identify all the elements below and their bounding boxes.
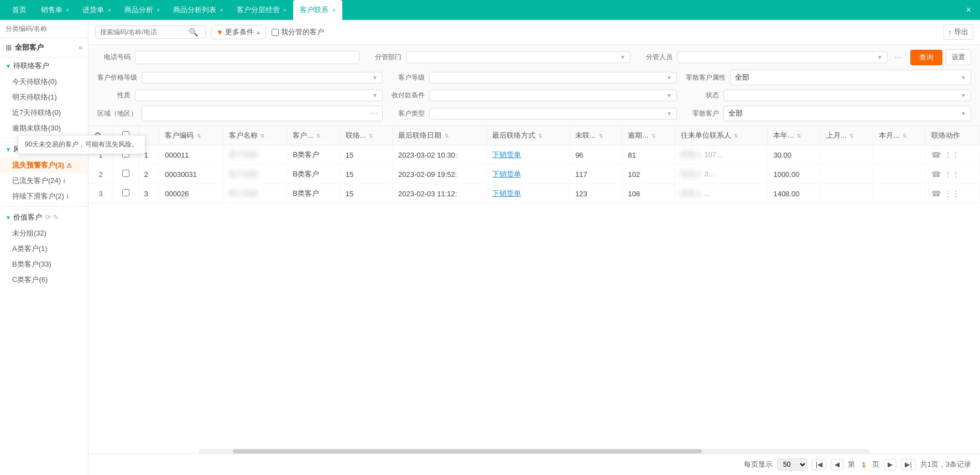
export-button[interactable]: ↑ 导出: [943, 24, 974, 40]
dept-select[interactable]: ▼: [406, 51, 630, 63]
row3-contact-icon[interactable]: ☎: [931, 189, 941, 198]
close-all-icon[interactable]: ×: [962, 5, 976, 15]
row1-code: 000011: [159, 145, 223, 165]
pay-select[interactable]: ▼: [429, 90, 677, 101]
row2-checkbox[interactable]: [122, 170, 129, 177]
col-lastmonth[interactable]: 上月... ⇅: [820, 126, 873, 145]
row2-contact-icon[interactable]: ☎: [931, 170, 941, 179]
sidebar-item-cclass[interactable]: C类客户(6): [0, 272, 88, 288]
close-purchase-icon[interactable]: ×: [107, 7, 111, 13]
col-thisyear[interactable]: 本年... ⇅: [768, 126, 820, 145]
more-conditions-button[interactable]: ▼ 更多条件 ▲: [211, 25, 266, 39]
row3-overdue: 108: [622, 184, 675, 203]
col-thismonth[interactable]: 本月... ⇅: [873, 126, 926, 145]
status-select[interactable]: ▼: [723, 90, 971, 101]
row3-lastmethod[interactable]: 下销货单: [486, 184, 569, 203]
zero-attr-select[interactable]: 全部 ▼: [730, 70, 971, 85]
manager-select[interactable]: ▼: [677, 51, 888, 63]
col-contact[interactable]: 联络... ⇅: [340, 126, 392, 145]
edit-icon[interactable]: ✎: [53, 213, 59, 221]
gender-select[interactable]: ▼: [135, 90, 383, 101]
query-button[interactable]: 查询: [910, 50, 942, 65]
row2-lastmethod-link[interactable]: 下销货单: [492, 170, 521, 178]
row3-checkbox[interactable]: [122, 189, 129, 196]
row1-thismonth: [873, 145, 926, 165]
sidebar-all-customers[interactable]: ⊞ 全部客户 «: [0, 38, 88, 58]
region-select[interactable]: ···: [142, 106, 383, 121]
sidebar-search-input[interactable]: [6, 25, 88, 33]
nav-tab-purchase[interactable]: 进货单 ×: [76, 0, 117, 20]
phone-label: 电话号码: [97, 53, 131, 62]
sidebar-item-declining[interactable]: 持续下滑客户(2) ℹ: [0, 189, 88, 204]
col-name[interactable]: 客户名称 ⇅: [223, 126, 287, 145]
sidebar-item-unclassified[interactable]: 未分组(32): [0, 226, 88, 241]
phone-input[interactable]: [135, 51, 359, 64]
sidebar-group-pending-header[interactable]: ▼ 待联络客户: [0, 58, 88, 74]
last-page-button[interactable]: ▶|: [901, 459, 915, 470]
row2-lastmethod[interactable]: 下销货单: [486, 165, 569, 184]
next-page-button[interactable]: ▶: [884, 459, 896, 470]
col-overdue[interactable]: 逾期... ⇅: [622, 126, 675, 145]
nav-tab-analysis[interactable]: 商品分析 ×: [118, 0, 166, 20]
settings-button[interactable]: 设置: [946, 49, 971, 65]
col-type[interactable]: 客户... ⇅: [287, 126, 340, 145]
refresh-icon[interactable]: ⟳: [45, 213, 51, 221]
main-search-icon[interactable]: 🔍: [189, 28, 198, 36]
scrollbar-thumb[interactable]: [233, 449, 702, 453]
nav-tab-customercontact[interactable]: 客户联系 ×: [293, 0, 342, 20]
arrow-down-icon-3: ▼: [6, 215, 11, 221]
price-select[interactable]: ▼: [142, 72, 383, 83]
sidebar-item-churned[interactable]: 已流失客户(24) ℹ: [0, 173, 88, 189]
col-uncontacted[interactable]: 未联... ⇅: [570, 126, 622, 145]
row1-contact-icon[interactable]: ☎: [931, 150, 941, 159]
first-page-button[interactable]: |◀: [812, 459, 826, 470]
nav-tab-customerlayer[interactable]: 客户分层经营 ×: [230, 0, 293, 20]
row3-more-icon[interactable]: ⋮⋮: [944, 189, 960, 198]
row2-more-icon[interactable]: ⋮⋮: [944, 170, 960, 179]
row1-more-icon[interactable]: ⋮⋮: [944, 150, 960, 159]
row3-lastmethod-link[interactable]: 下销货单: [492, 189, 521, 197]
row2-unitcontact-blurred: 联系人: [681, 170, 702, 178]
close-analysislist-icon[interactable]: ×: [220, 7, 223, 13]
grade-select[interactable]: ▼: [429, 72, 677, 83]
sidebar-item-churn-warning[interactable]: 流失预警客户(3) ⚠: [0, 158, 88, 173]
sort-contact-icon: ⇅: [369, 133, 373, 139]
col-code[interactable]: 客户编码 ⇅: [159, 126, 223, 145]
current-page-num: 1: [859, 460, 868, 470]
customer-type-label: 客户类型: [392, 109, 425, 118]
zero-customer-select[interactable]: 全部 ▼: [723, 106, 971, 121]
my-customers-checkbox[interactable]: [272, 29, 279, 36]
col-unitcontact[interactable]: 往来单位联系人 ⇅: [675, 126, 768, 145]
sidebar-group-value-header[interactable]: ▼ 价值客户 ⟳ ✎: [0, 209, 88, 226]
close-customercontact-icon[interactable]: ×: [332, 7, 335, 13]
close-salesorder-icon[interactable]: ×: [66, 7, 69, 13]
nav-tab-analysislist[interactable]: 商品分析列表 ×: [166, 0, 230, 20]
row1-lastmethod[interactable]: 下销货单: [486, 145, 569, 165]
sidebar-item-today[interactable]: 今天待联络(0): [0, 74, 88, 90]
sidebar-item-overdue-contact[interactable]: 逾期未联络(30): [0, 121, 88, 136]
row1-lastmethod-link[interactable]: 下销货单: [492, 150, 521, 159]
nav-home[interactable]: 首页: [4, 0, 34, 20]
manager-more-icon[interactable]: ···: [894, 53, 901, 62]
filter-region: 区域（地区） ···: [97, 106, 383, 121]
sidebar-item-aclass[interactable]: A类客户(1): [0, 241, 88, 257]
customer-type-select[interactable]: ▼: [429, 108, 677, 119]
row3-name-blurred: 客户名称: [229, 189, 258, 197]
price-label: 客户价格等级: [97, 73, 137, 82]
region-more-icon[interactable]: ···: [371, 108, 378, 118]
prev-page-button[interactable]: ◀: [831, 459, 843, 470]
col-lastmethod[interactable]: 最后联络方式 ⇅: [486, 126, 569, 145]
horizontal-scrollbar[interactable]: [199, 449, 869, 453]
col-lastdate[interactable]: 最后联络日期 ⇅: [393, 126, 487, 145]
row2-thismonth: [873, 165, 926, 184]
row1-unitcontact: 联系人 107...: [675, 145, 768, 165]
close-customerlayer-icon[interactable]: ×: [283, 7, 286, 13]
sidebar-item-tomorrow[interactable]: 明天待联络(1): [0, 90, 88, 105]
sidebar-item-7days[interactable]: 近7天待联络(0): [0, 105, 88, 121]
per-page-select[interactable]: 50 20 100: [777, 458, 807, 471]
collapse-icon[interactable]: «: [79, 44, 82, 51]
sidebar-item-bclass[interactable]: B类客户(33): [0, 257, 88, 272]
main-search-input[interactable]: [100, 28, 189, 36]
nav-tab-salesorder[interactable]: 销售单 ×: [34, 0, 76, 20]
close-analysis-icon[interactable]: ×: [157, 7, 160, 13]
